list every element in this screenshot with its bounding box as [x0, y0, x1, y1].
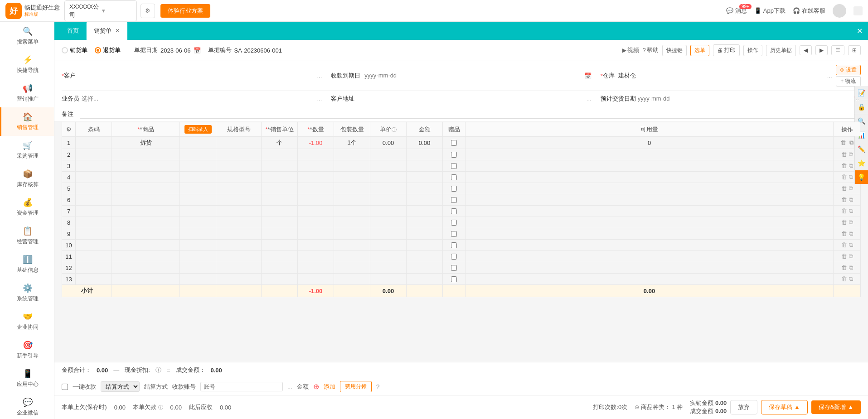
- copy-icon-1[interactable]: ⧉: [849, 139, 853, 146]
- delete-icon-8[interactable]: 🗑: [841, 219, 847, 226]
- shortcut-btn[interactable]: 快捷键: [662, 45, 687, 56]
- copy-icon-11[interactable]: ⧉: [849, 253, 853, 260]
- gift-checkbox-5[interactable]: [451, 186, 457, 192]
- copy-icon-3[interactable]: ⧉: [849, 162, 853, 169]
- col-scan[interactable]: 扫码录入: [180, 122, 216, 137]
- copy-icon-5[interactable]: ⧉: [849, 185, 853, 192]
- logistics-button[interactable]: + 物流: [836, 76, 861, 87]
- avatar[interactable]: [833, 4, 846, 18]
- account-input[interactable]: [200, 382, 283, 391]
- row-pkg-qty-1[interactable]: 1个: [334, 137, 370, 149]
- company-select[interactable]: XXXXXX公司 ▾: [64, 0, 137, 21]
- online-service-button[interactable]: 🎧 在线客服: [793, 7, 825, 15]
- sidebar-item-guide[interactable]: 🎯 新手引导: [0, 336, 54, 364]
- sidebar-item-search[interactable]: 🔍 搜索菜单: [0, 22, 54, 50]
- delete-icon-9[interactable]: 🗑: [841, 230, 847, 237]
- sidebar-item-system[interactable]: ⚙️ 系统管理: [0, 279, 54, 307]
- message-button[interactable]: 💬 消息 99+: [726, 7, 747, 15]
- bill-no-value[interactable]: SA-20230606-001: [234, 47, 282, 54]
- customer-addr-ellipsis-icon[interactable]: ...: [587, 96, 592, 102]
- add-circle-icon[interactable]: ⊕: [313, 382, 319, 391]
- copy-icon-6[interactable]: ⧉: [849, 196, 853, 203]
- delete-icon-3[interactable]: 🗑: [841, 162, 847, 169]
- sidebar-item-enterprise[interactable]: 🤝 企业协同: [0, 307, 54, 336]
- float-btn-6[interactable]: ⭐: [854, 156, 868, 170]
- gift-checkbox-6[interactable]: [451, 197, 457, 203]
- bill-owed-info-icon[interactable]: ⓘ: [158, 405, 163, 410]
- warehouse-ellipsis-icon[interactable]: ...: [827, 72, 832, 79]
- row-product-1[interactable]: 拆货: [112, 137, 180, 149]
- gift-checkbox-1[interactable]: [451, 140, 457, 146]
- row-spec-1[interactable]: [216, 137, 262, 149]
- float-btn-orange[interactable]: 💡: [854, 170, 868, 184]
- sidebar-item-sales[interactable]: 🏠 销售管理: [0, 107, 54, 136]
- settings-button[interactable]: ⊙ 设置: [836, 65, 861, 75]
- delete-icon-11[interactable]: 🗑: [841, 253, 847, 260]
- delete-icon-5[interactable]: 🗑: [841, 185, 847, 192]
- sidebar-item-marketing[interactable]: 📢 营销推广: [0, 79, 54, 107]
- copy-icon-2[interactable]: ⧉: [849, 151, 853, 158]
- delete-icon-2[interactable]: 🗑: [841, 151, 847, 158]
- tab-home[interactable]: 首页: [60, 22, 87, 40]
- sidebar-item-basic-info[interactable]: ℹ️ 基础信息: [0, 250, 54, 279]
- customer-addr-input[interactable]: [363, 94, 584, 103]
- sidebar-item-wechat[interactable]: 💬 企业微信: [0, 393, 54, 419]
- delete-icon-6[interactable]: 🗑: [841, 196, 847, 203]
- row-barcode-1[interactable]: [76, 137, 112, 149]
- gift-checkbox-3[interactable]: [451, 163, 457, 169]
- float-btn-2[interactable]: 🔒: [854, 100, 868, 114]
- date-value[interactable]: 2023-06-06: [160, 47, 191, 54]
- app-download-button[interactable]: 📱 App下载: [754, 7, 786, 15]
- delete-icon-7[interactable]: 🗑: [841, 207, 847, 214]
- delete-icon-1[interactable]: 🗑: [840, 139, 846, 146]
- row-unit-price-1[interactable]: 0.00: [370, 137, 407, 149]
- payment-cal-icon[interactable]: 📅: [584, 72, 592, 79]
- sidebar-item-finance[interactable]: 💰 资金管理: [0, 193, 54, 222]
- radio-return-order[interactable]: 退货单: [95, 46, 121, 54]
- scan-button[interactable]: 扫码录入: [184, 125, 212, 134]
- print-btn[interactable]: 🖨 打印: [713, 44, 740, 56]
- gift-checkbox-9[interactable]: [451, 231, 457, 237]
- account-ellipsis-icon[interactable]: ...: [287, 383, 292, 390]
- list-view-btn[interactable]: ☰: [831, 45, 844, 55]
- delete-icon-13[interactable]: 🗑: [841, 275, 847, 282]
- tab-close-icon[interactable]: ✕: [115, 28, 120, 34]
- select-order-btn[interactable]: 选单: [690, 45, 709, 56]
- row-unit-1[interactable]: 个: [262, 137, 298, 149]
- float-btn-5[interactable]: ✏️: [854, 142, 868, 156]
- help-link[interactable]: ? 帮助: [643, 46, 659, 54]
- warehouse-input[interactable]: [616, 71, 825, 80]
- row-amount-1[interactable]: 0.00: [407, 137, 443, 149]
- payment-method-select[interactable]: 结算方式: [101, 381, 140, 392]
- add-label[interactable]: 添加: [324, 383, 335, 391]
- save-new-button[interactable]: 保存&新增 ▲: [811, 400, 861, 414]
- prev-btn[interactable]: ◀: [800, 45, 812, 55]
- expense-split-btn[interactable]: 费用分摊: [340, 381, 372, 392]
- row-qty-1[interactable]: -1.00: [298, 137, 334, 149]
- delete-icon-10[interactable]: 🗑: [841, 241, 847, 248]
- tab-sales-order[interactable]: 销货单 ✕: [87, 22, 127, 40]
- expected-date-input[interactable]: [636, 94, 852, 103]
- grid-view-btn[interactable]: ⊞: [848, 45, 861, 55]
- operation-btn[interactable]: 操作: [743, 45, 762, 56]
- row-gift-1[interactable]: [443, 137, 466, 149]
- sidebar-item-appstore[interactable]: 📱 应用中心: [0, 364, 54, 393]
- sidebar-item-inventory[interactable]: 📦 库存核算: [0, 164, 54, 193]
- history-btn[interactable]: 历史单据: [766, 45, 796, 56]
- customer-input[interactable]: [82, 71, 315, 80]
- settings-icon[interactable]: ⚙: [141, 4, 155, 18]
- copy-icon-12[interactable]: ⧉: [849, 264, 853, 271]
- sidebar-item-purchase[interactable]: 🛒 采购管理: [0, 136, 54, 164]
- gift-checkbox-2[interactable]: [451, 152, 457, 158]
- gift-checkbox-12[interactable]: [451, 265, 457, 271]
- sidebar-item-quicknav[interactable]: ⚡ 快捷导航: [0, 50, 54, 79]
- calendar-icon[interactable]: 📅: [194, 47, 201, 54]
- discount-info-icon[interactable]: ⓘ: [155, 366, 161, 374]
- expense-info-icon[interactable]: ?: [376, 383, 380, 390]
- salesperson-input[interactable]: [80, 94, 315, 103]
- copy-icon-8[interactable]: ⧉: [849, 219, 853, 226]
- copy-icon-9[interactable]: ⧉: [849, 230, 853, 237]
- gift-checkbox-11[interactable]: [451, 254, 457, 260]
- tab-close-all-icon[interactable]: ✕: [857, 27, 863, 35]
- float-btn-1[interactable]: 📝: [854, 86, 868, 100]
